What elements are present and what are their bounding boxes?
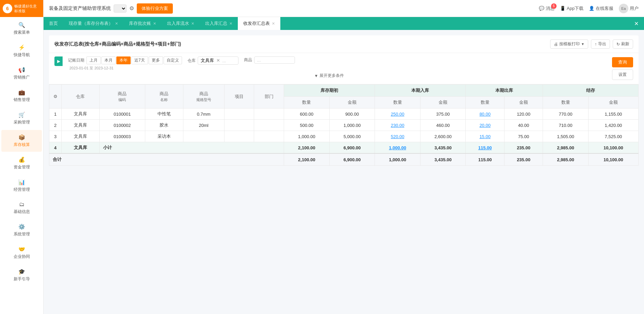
tab-1[interactable]: 现存量（库存分布表）✕: [63, 17, 123, 30]
query-button[interactable]: 查询: [612, 57, 633, 67]
tab-2[interactable]: 库存批次账✕: [123, 17, 162, 30]
sidebar-label-0: 搜索菜单: [14, 30, 30, 35]
subtotal-out-qty[interactable]: 115.00: [466, 142, 504, 154]
date-btn-more[interactable]: 更多: [149, 56, 163, 64]
user-avatar: Ea: [619, 4, 628, 13]
tab-close-5[interactable]: ✕: [272, 21, 275, 26]
sidebar-icon-11: 🎓: [18, 268, 25, 275]
date-btn-this-month[interactable]: 本月: [101, 56, 116, 64]
sidebar-item-7[interactable]: 📊经营管理: [1, 175, 42, 197]
sidebar-item-10[interactable]: 🤝企业协同: [1, 242, 42, 264]
system-select[interactable]: [114, 4, 127, 13]
sidebar-item-4[interactable]: 🛒采购管理: [1, 108, 42, 129]
tab-label-0: 首页: [49, 20, 58, 27]
sidebar-icon-3: 💼: [18, 89, 25, 96]
tab-close-3[interactable]: ✕: [191, 21, 194, 26]
cell-project-2: [224, 131, 254, 142]
sidebar-item-9[interactable]: ⚙️系统管理: [1, 219, 42, 241]
cell-out-qty-0[interactable]: 80.00: [466, 109, 504, 120]
export-button[interactable]: ↑ 导出: [591, 39, 610, 49]
sidebar-item-6[interactable]: 💰资金管理: [1, 152, 42, 174]
cell-spec-2: [183, 131, 224, 142]
cell-code-2: 0100003: [99, 131, 145, 142]
date-label: 记账日期: [68, 57, 84, 63]
total-in-amt: 3,435.00: [420, 153, 466, 166]
sidebar-item-1[interactable]: ⚡快捷导航: [1, 40, 42, 62]
tab-3[interactable]: 出入库流水✕: [162, 17, 200, 30]
print-icon: 🖨: [554, 42, 558, 47]
cell-in-qty-2[interactable]: 520.00: [375, 131, 420, 142]
th-in: 本期入库: [375, 85, 466, 97]
cell-in-qty-1[interactable]: 230.00: [375, 120, 420, 131]
total-row: 合计 2,100.00 6,900.00 1,000.00 3,435.00 1…: [49, 153, 639, 166]
date-btn-this-year[interactable]: 本年: [116, 56, 131, 64]
th-closing-qty: 数量: [543, 97, 589, 109]
user-item[interactable]: Ea 用户: [619, 4, 639, 13]
page-card: 收发存汇总表(按仓库+商品编码+商品+规格型号+项目+部门) 🖨 按模板打印 ▼…: [49, 35, 639, 166]
filter-row-1: ▶ 记账日期 上月 本月 本年 近7天 更多: [54, 56, 604, 71]
cell-project-1: [224, 120, 254, 131]
subtotal-opening-qty: 2,100.00: [284, 142, 330, 154]
sidebar-item-5[interactable]: 📦库存核算: [1, 130, 42, 152]
tab-0[interactable]: 首页: [44, 17, 63, 30]
tabbar-close-button[interactable]: ✕: [629, 20, 644, 27]
sidebar-item-11[interactable]: 🎓新手引导: [1, 264, 42, 286]
warehouse-more-icon[interactable]: ...: [222, 58, 226, 63]
warehouse-remove-icon[interactable]: ✕: [216, 58, 220, 63]
date-btn-last-month[interactable]: 上月: [86, 56, 101, 64]
goods-more-icon[interactable]: ...: [257, 57, 261, 63]
filter-toggle-button[interactable]: ▶: [54, 56, 63, 66]
sidebar-item-3[interactable]: 💼销售管理: [1, 85, 42, 107]
tab-4[interactable]: 出入库汇总✕: [200, 17, 238, 30]
total-out-qty: 115.00: [466, 153, 504, 166]
sidebar-item-2[interactable]: 📢营销推广: [1, 63, 42, 84]
system-title: 装备及固定资产辅助管理系统: [49, 5, 111, 12]
cell-out-qty-1[interactable]: 20.00: [466, 120, 504, 131]
query-buttons: 查询 设置: [609, 53, 639, 84]
logo-area: 6 畅捷通好生意 标准版: [0, 0, 43, 17]
online-service-item[interactable]: 👤 在线客服: [589, 5, 613, 12]
date-btn-custom[interactable]: 自定义: [164, 56, 182, 64]
setting-button[interactable]: 设置: [612, 69, 633, 80]
sidebar-item-0[interactable]: 🔍搜索菜单: [1, 18, 42, 39]
gear-icon[interactable]: ⚙: [129, 5, 134, 12]
sidebar-icon-2: 📢: [18, 67, 25, 73]
th-out-amt: 金额: [504, 97, 543, 109]
sidebar-icon-0: 🔍: [18, 22, 25, 28]
cell-in-qty-0[interactable]: 250.00: [375, 109, 420, 120]
expand-button[interactable]: ▼ 展开更多条件: [314, 73, 344, 79]
tab-close-2[interactable]: ✕: [153, 21, 156, 26]
tab-close-4[interactable]: ✕: [229, 21, 232, 26]
refresh-button[interactable]: ↻ 刷新: [613, 39, 633, 49]
cell-in-amt-2: 2,600.00: [420, 131, 466, 142]
sidebar-icon-1: ⚡: [18, 44, 25, 51]
cell-warehouse-2: 文具库: [62, 131, 100, 142]
tab-5[interactable]: 收发存汇总表✕: [238, 17, 280, 30]
subtotal-in-qty[interactable]: 1,000.00: [375, 142, 420, 154]
topbar: 装备及固定资产辅助管理系统 ⚙ 体验行业方案 💬 消息 6 📱 App下载 👤 …: [44, 0, 644, 17]
logo-wrap: 6: [3, 4, 12, 13]
tab-close-1[interactable]: ✕: [115, 21, 118, 26]
subtotal-row: 4 文具库 小计 2,100.00 6,900.00 1,000.00 3,43…: [49, 142, 639, 154]
expand-row: ▼ 展开更多条件: [54, 71, 604, 79]
cell-out-amt-2: 75.00: [504, 131, 543, 142]
print-button[interactable]: 🖨 按模板打印 ▼: [550, 39, 588, 49]
cell-out-qty-2[interactable]: 15.00: [466, 131, 504, 142]
sidebar-label-9: 系统管理: [14, 231, 30, 237]
cell-in-amt-1: 460.00: [420, 120, 466, 131]
total-closing-amt: 10,100.00: [588, 153, 638, 166]
goods-input[interactable]: ...: [254, 56, 295, 64]
goods-label: 商品: [244, 57, 252, 63]
notification-item[interactable]: 💬 消息 6: [539, 5, 555, 12]
date-btn-7days[interactable]: 近7天: [131, 56, 148, 64]
app-download-item[interactable]: 📱 App下载: [560, 5, 583, 12]
sidebar-label-5: 库存核算: [14, 142, 30, 148]
th-out-qty: 数量: [466, 97, 504, 109]
data-table: ⚙ 仓库 商品编码 商品名称 商品规格型号 项目 部门 库存期初 本期入库 本期…: [49, 84, 639, 166]
cell-no-0: 1: [49, 109, 62, 120]
cell-closing-amt-2: 7,525.00: [588, 131, 638, 142]
th-settings[interactable]: ⚙: [49, 85, 62, 109]
trial-button[interactable]: 体验行业方案: [137, 3, 173, 14]
sidebar-item-8[interactable]: 🗂基础信息: [1, 197, 42, 219]
warehouse-input[interactable]: 文具库 ✕ ...: [198, 56, 238, 65]
